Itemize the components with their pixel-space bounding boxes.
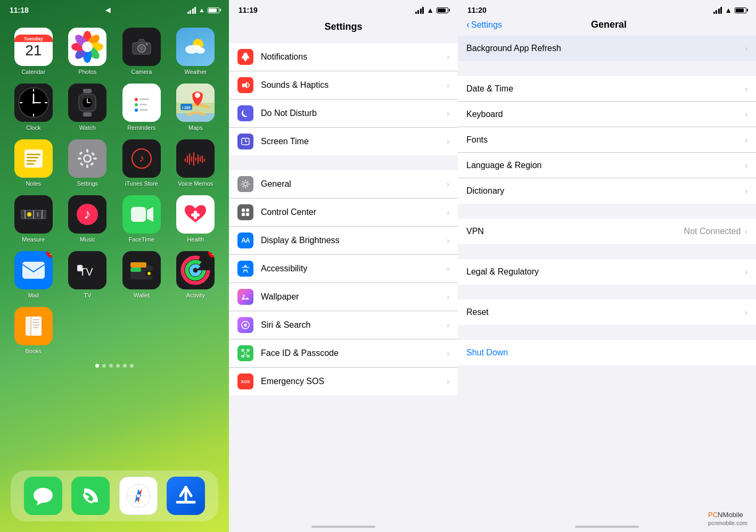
svg-rect-57	[93, 157, 97, 160]
general-row-legalregulatory[interactable]: Legal & Regulatory ›	[458, 259, 756, 285]
legalregulatory-chevron: ›	[745, 268, 747, 276]
app-label-books: Books	[25, 348, 42, 354]
app-measure[interactable]: Measure	[11, 195, 56, 243]
general-row-datetime[interactable]: Date & Time ›	[458, 76, 756, 102]
general-group-datetime-dict: Date & Time › Keyboard › Fonts › Languag…	[458, 76, 756, 204]
displaybrightness-label: Display & Brightness	[261, 236, 447, 245]
general-row-shutdown[interactable]: Shut Down	[458, 340, 756, 365]
svg-point-38	[135, 103, 138, 106]
app-label-settings: Settings	[77, 180, 98, 187]
dock-safari[interactable]	[119, 477, 158, 515]
watermark: PCNMobile pcnmobile.com	[708, 511, 747, 527]
settings-row-emergencysos[interactable]: SOS Emergency SOS ›	[229, 368, 458, 395]
app-itunes[interactable]: ♪ iTunes Store	[119, 139, 165, 187]
general-row-bgapprefresh[interactable]: Background App Refresh ›	[458, 36, 756, 61]
general-row-keyboard[interactable]: Keyboard ›	[458, 102, 756, 127]
svg-rect-73	[202, 155, 203, 163]
dock-appstore[interactable]	[167, 477, 205, 515]
app-activity[interactable]: 1 Activity	[173, 251, 219, 298]
signal-bars-2	[415, 7, 424, 14]
vpn-value: Not Connected	[684, 227, 741, 236]
app-health[interactable]: Health	[173, 195, 219, 243]
settings-row-donotdisturb[interactable]: Do Not Disturb ›	[229, 99, 458, 128]
wifi-icon-3: ▲	[725, 6, 732, 14]
svg-rect-72	[200, 156, 201, 162]
app-calendar[interactable]: Tuesday 21 Calendar	[11, 28, 56, 75]
svg-rect-49	[27, 154, 40, 155]
settings-row-general[interactable]: General ›	[229, 170, 458, 198]
svg-rect-128	[242, 181, 244, 183]
svg-rect-51	[27, 160, 36, 162]
svg-point-9	[82, 41, 93, 52]
svg-rect-93	[130, 262, 146, 268]
settings-row-accessibility[interactable]: Accessibility ›	[229, 255, 458, 283]
nav-bar: ‹ Settings General	[458, 17, 756, 36]
page-dots	[0, 360, 229, 372]
settings-row-sounds[interactable]: Sounds & Haptics ›	[229, 71, 458, 99]
svg-point-140	[244, 323, 247, 327]
app-voicememos[interactable]: Voice Memos	[173, 139, 219, 187]
controlcenter-chevron: ›	[447, 208, 449, 217]
app-wallet[interactable]: Wallet	[119, 251, 165, 298]
svg-rect-67	[189, 153, 190, 165]
app-mail[interactable]: 1 Mail	[11, 251, 56, 298]
general-row-dictionary[interactable]: Dictionary ›	[458, 178, 756, 204]
settings-row-screentime[interactable]: Screen Time ›	[229, 128, 458, 155]
app-reminders[interactable]: Reminders	[119, 84, 165, 131]
notifications-label: Notifications	[261, 52, 447, 62]
svg-point-28	[32, 102, 35, 104]
settings-row-controlcenter[interactable]: Control Center ›	[229, 198, 458, 227]
controlcenter-label: Control Center	[261, 207, 447, 217]
accessibility-chevron: ›	[447, 264, 449, 273]
settings-row-notifications[interactable]: Notifications ›	[229, 43, 458, 71]
back-button[interactable]: ‹ Settings	[466, 19, 502, 30]
app-facetime[interactable]: FaceTime	[119, 195, 165, 243]
general-row-vpn[interactable]: VPN Not Connected ›	[458, 219, 756, 244]
app-notes[interactable]: Notes	[11, 139, 56, 187]
app-watch[interactable]: Watch	[65, 84, 111, 131]
status-bar-3: 11:20 ▲	[458, 0, 756, 17]
svg-rect-44	[176, 113, 215, 122]
controlcenter-icon	[237, 204, 253, 220]
screentime-label: Screen Time	[261, 137, 447, 146]
app-appletv[interactable]: TV TV	[65, 251, 111, 298]
app-photos[interactable]: Photos	[65, 28, 111, 75]
app-books[interactable]: Books	[11, 307, 56, 354]
vpn-label: VPN	[466, 227, 684, 236]
svg-point-81	[27, 212, 31, 217]
notifications-chevron: ›	[447, 53, 449, 61]
general-row-fonts[interactable]: Fonts ›	[458, 127, 756, 153]
dock-messages[interactable]	[24, 477, 62, 515]
general-chevron: ›	[447, 180, 449, 188]
app-weather[interactable]: Weather	[173, 28, 219, 75]
app-music[interactable]: ♪ Music	[65, 195, 111, 243]
settings-row-wallpaper[interactable]: Wallpaper ›	[229, 283, 458, 311]
general-row-languageregion[interactable]: Language & Region ›	[458, 153, 756, 178]
app-maps[interactable]: I 280 Maps	[173, 84, 219, 131]
app-camera[interactable]: Camera	[119, 28, 165, 75]
languageregion-chevron: ›	[745, 161, 747, 170]
settings-row-faceid[interactable]: Face ID & Passcode ›	[229, 339, 458, 368]
faceid-chevron: ›	[447, 349, 449, 358]
svg-point-132	[244, 183, 247, 186]
svg-rect-70	[195, 157, 196, 161]
app-grid: Tuesday 21 Calendar	[0, 17, 229, 360]
screentime-icon	[237, 134, 253, 149]
dock-phone[interactable]	[71, 477, 110, 515]
app-clock[interactable]: Clock	[11, 84, 56, 131]
settings-row-displaybrightness[interactable]: AA Display & Brightness ›	[229, 227, 458, 255]
bgapprefresh-label: Background App Refresh	[466, 44, 745, 53]
svg-rect-134	[246, 209, 249, 212]
svg-rect-56	[78, 157, 81, 160]
emergencysos-icon: SOS	[237, 373, 253, 389]
svg-point-15	[146, 43, 148, 45]
app-label-maps: Maps	[188, 124, 203, 131]
app-settings[interactable]: Settings	[65, 139, 111, 187]
status-bar-1: 11:18 ◀ ▲	[0, 0, 229, 17]
general-row-reset[interactable]: Reset ›	[458, 300, 756, 325]
svg-rect-125	[245, 187, 246, 188]
settings-screen-title: Settings	[229, 17, 458, 39]
sirisearch-icon	[237, 317, 253, 333]
settings-row-sirisearch[interactable]: Siri & Search ›	[229, 311, 458, 339]
status-icons-3: ▲	[713, 6, 746, 14]
